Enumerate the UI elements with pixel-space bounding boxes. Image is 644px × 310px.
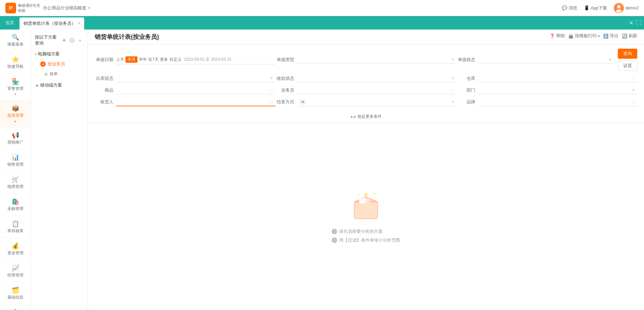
refresh-button[interactable]: 🔄 刷新 — [622, 33, 637, 39]
sidebar-label-search: 搜索菜单 — [1, 42, 29, 47]
filter-cell-payment-status: 收款状态 ▾ — [275, 74, 456, 83]
filter-cell-doc-type: 单据类型 ▾ — [275, 49, 456, 71]
tab-close-button[interactable]: × — [78, 21, 80, 26]
user-menu[interactable]: demo2 — [614, 3, 639, 13]
message-button[interactable]: 💬 消息 — [562, 5, 577, 11]
scheme-panel: 按以下方案查询 + « ▾ 电脑端方案 ● 按业务员 — [31, 30, 88, 310]
date-shortcut-this-year[interactable]: 本年 — [139, 57, 147, 62]
sidebar-item-ecommerce[interactable]: 🛒 电商管理 — [0, 172, 31, 194]
department-label: 部门 — [457, 87, 475, 93]
sidebar-item-finance[interactable]: 💰 资金管理 — [0, 238, 31, 260]
out-status-arrow-icon: ▾ — [271, 76, 273, 81]
filter-cell-product: 商品 ··· — [95, 86, 275, 94]
consignee-input[interactable]: ··· — [116, 98, 275, 106]
settings-button[interactable]: 设置 — [618, 61, 637, 71]
scheme-edit-button[interactable] — [69, 37, 75, 44]
scheme-group-mobile-header[interactable]: ▶ 移动端方案 — [31, 80, 88, 90]
help-button[interactable]: ❓ 帮助 — [549, 33, 565, 39]
doc-status-select[interactable]: ▾ — [478, 56, 614, 63]
scheme-group-mobile: ▶ 移动端方案 — [31, 80, 88, 90]
sidebar-item-operation[interactable]: 📈 经营管理 — [0, 260, 31, 282]
sidebar-item-inventory[interactable]: 📋 库存核算 — [0, 216, 31, 238]
message-icon: 💬 — [562, 5, 567, 10]
app-icon: 📱 — [584, 5, 589, 10]
svg-point-9 — [359, 195, 360, 196]
scheme-item-salesperson-label: 按业务员 — [48, 61, 65, 67]
svg-rect-11 — [362, 198, 369, 203]
filter-cell-date: 单据日期 上月 本月 本年 近7天 更多 自定义 2023-03-01 至 20… — [95, 49, 275, 71]
scheme-add-button[interactable]: + — [61, 37, 67, 44]
content-area: 按以下方案查询 + « ▾ 电脑端方案 ● 按业务员 — [31, 30, 644, 310]
filter-cell-settlement: 结算方式 × ▾ — [275, 98, 456, 106]
scheme-collapse-button[interactable]: « — [77, 37, 84, 44]
collapse-filters-button[interactable]: ∧∧ 收起更多条件 — [350, 114, 382, 119]
topbar: 好 畅捷通好生意 标版 办公用品行业模拟账套 ▾ 💬 消息 📱 App下载 de… — [0, 0, 644, 16]
date-shortcut-7days[interactable]: 近7天 — [148, 57, 159, 62]
salesperson-dots-icon[interactable]: ··· — [450, 87, 454, 93]
sidebar-item-system[interactable]: ⚙️ 系统管理 — [0, 305, 31, 310]
scheme-item-salesperson[interactable]: ● 按业务员 — [31, 59, 88, 69]
payment-status-arrow-icon: ▾ — [452, 76, 454, 81]
sidebar-label-quick-nav: 快捷导航 — [1, 64, 29, 69]
sidebar-item-basic[interactable]: 🗂️ 基础信息 — [0, 282, 31, 305]
tab-expand-button[interactable]: ⛶ — [636, 20, 641, 26]
sidebar-item-retail[interactable]: 🏪 零售管理 ▾ — [0, 74, 31, 101]
payment-status-select[interactable]: ▾ — [297, 75, 456, 82]
breadcrumb: 办公用品行业模拟账套 ▾ — [43, 5, 90, 11]
date-shortcut-more[interactable]: 更多 — [160, 57, 168, 62]
filter-cell-warehouse: 仓库 ··· — [457, 74, 637, 83]
product-input[interactable]: ··· — [116, 86, 275, 94]
sidebar-item-quick-nav[interactable]: ⭐ 快捷导航 — [0, 52, 31, 74]
scheme-sub-item-order[interactable]: ⊞ 按单 — [31, 69, 88, 79]
scheme-group-mobile-label: 移动端方案 — [40, 82, 62, 88]
date-range-text: 2023-03-01 至 2023-03-31 — [184, 57, 231, 62]
scheme-group-pc-label: 电脑端方案 — [38, 51, 60, 57]
tab-active[interactable]: 销货单统计表（按业务员） × — [19, 17, 84, 30]
brand-dots-icon[interactable]: ··· — [631, 99, 635, 105]
app-download-button[interactable]: 📱 App下载 — [584, 5, 607, 11]
retail-icon: 🏪 — [1, 78, 29, 85]
export-button[interactable]: ⬇️ 导出 — [603, 33, 619, 39]
out-status-select[interactable]: ▾ — [116, 75, 275, 82]
doc-status-label: 单据状态 — [457, 57, 475, 63]
department-select[interactable]: ▾ — [478, 87, 637, 94]
date-shortcut-this-month[interactable]: 本月 — [125, 56, 138, 63]
settlement-select[interactable]: × ▾ — [297, 98, 456, 106]
finance-icon: 💰 — [1, 242, 29, 250]
system-icon: ⚙️ — [1, 309, 29, 310]
consignee-dots-icon[interactable]: ··· — [269, 99, 273, 104]
sidebar-label-marketing: 营销推广 — [1, 140, 29, 145]
sidebar-item-sales[interactable]: 📊 销售管理 — [0, 150, 31, 172]
avatar — [614, 3, 624, 13]
doc-type-select[interactable]: ▾ — [297, 56, 456, 63]
product-dots-icon[interactable]: ··· — [269, 87, 273, 93]
scheme-panel-actions: + « — [61, 37, 84, 44]
tab-home[interactable]: 首页 — [0, 16, 19, 30]
sales-icon: 📊 — [1, 154, 29, 161]
doc-type-arrow-icon: ▾ — [452, 57, 454, 62]
consignee-label: 收货人 — [95, 99, 113, 105]
query-button[interactable]: 查询 — [618, 49, 637, 59]
filter-cell-doc-status: 单据状态 ▾ 查询 设置 — [457, 49, 637, 71]
date-shortcut-custom[interactable]: 自定义 — [169, 57, 181, 62]
query-buttons: 查询 设置 — [618, 49, 637, 71]
warehouse-input[interactable]: ··· — [478, 74, 637, 83]
sidebar-item-wholesale[interactable]: 📦 批发管理 ▴ — [0, 101, 31, 127]
scheme-panel-header: 按以下方案查询 + « — [31, 32, 88, 48]
product-label: 商品 — [95, 87, 113, 93]
scheme-group-pc: ▾ 电脑端方案 ● 按业务员 ⊞ 按单 — [31, 49, 88, 79]
brand-input[interactable]: ··· — [478, 98, 637, 106]
tab-close-all-button[interactable]: ✕ — [629, 20, 633, 26]
date-shortcut-last-month[interactable]: 上月 — [116, 57, 124, 62]
warehouse-dots-icon[interactable]: ··· — [631, 75, 635, 81]
template-print-button[interactable]: 🖨️ 按模板打印 ▾ — [568, 33, 600, 39]
brand-label: 品牌 — [457, 99, 475, 105]
salesperson-input[interactable]: ··· — [297, 86, 456, 94]
doc-type-label: 单据类型 — [275, 57, 294, 63]
sidebar-item-purchase[interactable]: 🛍️ 采购管理 — [0, 194, 31, 216]
sidebar-item-marketing[interactable]: 📢 营销推广 — [0, 127, 31, 150]
ecommerce-icon: 🛒 — [1, 176, 29, 183]
scheme-group-pc-header[interactable]: ▾ 电脑端方案 — [31, 49, 88, 59]
sidebar-item-search[interactable]: 🔍 搜索菜单 — [0, 30, 31, 52]
filter-row-2: 出库状态 ▾ 收款状态 ▾ 仓库 — [95, 74, 637, 83]
